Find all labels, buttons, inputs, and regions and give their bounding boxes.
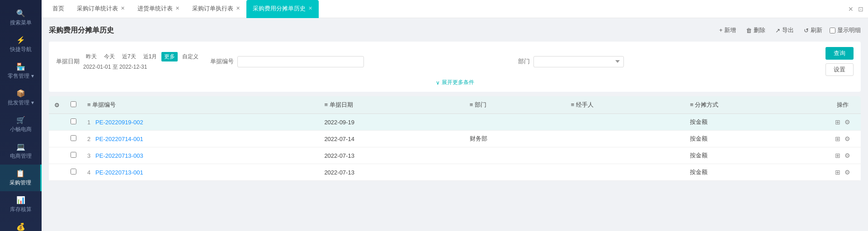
sidebar-item-库存核算[interactable]: 📊 库存核算	[0, 191, 42, 218]
sidebar-label: 批发管理 ▾	[8, 99, 33, 107]
row-settings	[49, 114, 65, 131]
today-btn[interactable]: 今天	[101, 52, 118, 61]
row-doc-no[interactable]: PE-20220714-001	[95, 136, 143, 142]
date-buttons-group: 昨天 今天 近7天 近1月 更多 自定义 2022-01-01 至 2022-1…	[83, 52, 201, 71]
sidebar-label: 采购管理	[9, 179, 31, 187]
row-checkbox[interactable]	[71, 118, 76, 124]
refresh-button[interactable]: ↺ 刷新	[801, 24, 825, 36]
more-op-icon[interactable]: ⚙	[844, 118, 850, 126]
table-row: 2 PE-20220714-001 2022-07-14 财务部 按金额 ⊞ ⚙	[49, 131, 861, 147]
doc-no-label: 单据编号	[210, 57, 234, 66]
tab-采购订单执行表[interactable]: 采购订单执行表✕	[186, 0, 246, 18]
doc-no-filter: 单据编号	[210, 56, 509, 67]
sidebar-label: 电商管理	[10, 152, 32, 160]
row-split-method: 按金额	[684, 164, 825, 181]
row-checkbox[interactable]	[71, 152, 76, 158]
row-dept: 财务部	[464, 131, 566, 147]
more-op-icon[interactable]: ⚙	[844, 135, 850, 142]
chevron-down-icon: ∨	[436, 80, 440, 86]
tab-采购订单统计表[interactable]: 采购订单统计表✕	[71, 0, 131, 18]
sidebar-icon: 💻	[16, 142, 25, 151]
sidebar: 🔍 搜索菜单 ⚡ 快捷导航 🏪 零售管理 ▾ 📦 批发管理 ▾ 🛒 小畅电商 💻…	[0, 0, 42, 231]
view-icon[interactable]: ⊞	[835, 169, 840, 176]
dept-select[interactable]: 财务部	[533, 56, 624, 67]
row-split-method: 按金额	[684, 114, 825, 131]
col-checkbox	[65, 96, 82, 114]
delete-label: 删除	[754, 26, 765, 34]
settings-button[interactable]: 设置	[826, 63, 854, 76]
doc-no-input[interactable]	[237, 56, 364, 67]
sidebar-item-电商管理[interactable]: 💻 电商管理	[0, 138, 42, 165]
data-table: ⚙ ≡ 单据编号 ≡ 单据日期 ≡ 部门	[49, 96, 861, 181]
select-all-checkbox[interactable]	[71, 101, 76, 107]
sidebar-item-采购管理[interactable]: 📋 采购管理	[0, 165, 42, 191]
sidebar-item-快捷导航[interactable]: ⚡ 快捷导航	[0, 31, 42, 58]
expand-button[interactable]: ∨ 展开更多条件	[436, 79, 474, 86]
more-op-icon[interactable]: ⚙	[844, 169, 850, 176]
export-button[interactable]: ↗ 导出	[773, 24, 797, 36]
tab-close-btn[interactable]: ✕	[308, 5, 312, 11]
date-range-display: 2022-01-01 至 2022-12-31	[83, 63, 201, 71]
sidebar-item-小畅电商[interactable]: 🛒 小畅电商	[0, 111, 42, 138]
display-cols-input[interactable]	[830, 28, 835, 33]
row-handler	[566, 164, 685, 181]
row-doc-no[interactable]: PE-20220919-002	[95, 119, 143, 126]
table-row: 1 PE-20220919-002 2022-09-19 按金额 ⊞ ⚙	[49, 114, 861, 131]
sidebar-item-资金管理[interactable]: 💰 资金管理	[0, 218, 42, 231]
view-icon[interactable]: ⊞	[835, 152, 840, 159]
more-op-icon[interactable]: ⚙	[844, 152, 850, 159]
tab-首页[interactable]: 首页	[46, 0, 71, 18]
table-row: 4 PE-20220713-001 2022-07-13 按金额 ⊞ ⚙	[49, 164, 861, 181]
query-button[interactable]: 查询	[826, 47, 854, 60]
date-btns: 昨天 今天 近7天 近1月 更多 自定义	[83, 52, 201, 61]
sidebar-label: 搜索菜单	[10, 19, 32, 27]
sidebar-label: 小畅电商	[10, 126, 32, 133]
sidebar-label: 库存核算	[10, 206, 32, 213]
query-btn-group: 查询 设置	[826, 47, 854, 76]
col-dept-label: ≡ 部门	[470, 101, 486, 108]
row-checkbox-cell	[65, 131, 82, 147]
tab-close-btn[interactable]: ✕	[175, 5, 179, 11]
row-op: ⊞ ⚙	[825, 131, 861, 147]
date-filter: 单据日期 昨天 今天 近7天 近1月 更多 自定义 2022-01-01 至 2…	[56, 52, 201, 71]
refresh-label: 刷新	[811, 26, 822, 34]
sidebar-icon: 📋	[16, 169, 25, 178]
view-icon[interactable]: ⊞	[835, 135, 840, 142]
col-handler: ≡ 经手人	[566, 96, 685, 114]
restore-window-icon[interactable]: ⊡	[858, 5, 863, 13]
sidebar-item-零售管理[interactable]: 🏪 零售管理 ▾	[0, 58, 42, 85]
row-doc-no[interactable]: PE-20220713-003	[95, 152, 143, 159]
sidebar-item-批发管理[interactable]: 📦 批发管理 ▾	[0, 85, 42, 111]
col-op: 操作	[825, 96, 861, 114]
row-checkbox[interactable]	[71, 169, 76, 174]
view-icon[interactable]: ⊞	[835, 118, 840, 126]
row-doc-no[interactable]: PE-20220713-001	[95, 169, 143, 176]
col-split-method-label: ≡ 分摊方式	[690, 101, 718, 108]
row-dept	[464, 164, 566, 181]
sidebar-icon: 📊	[16, 196, 25, 204]
row-num-and-docno: 4 PE-20220713-001	[82, 164, 319, 181]
refresh-icon: ↺	[804, 27, 809, 34]
expand-row: ∨ 展开更多条件	[56, 79, 854, 86]
7days-btn[interactable]: 近7天	[119, 52, 139, 61]
tab-进货单统计表[interactable]: 进货单统计表✕	[131, 0, 186, 18]
sidebar-icon: 💰	[16, 222, 25, 231]
tab-close-btn[interactable]: ✕	[236, 5, 240, 11]
tab-close-btn[interactable]: ✕	[121, 5, 125, 11]
1month-btn[interactable]: 近1月	[141, 52, 160, 61]
col-split-method: ≡ 分摊方式	[684, 96, 825, 114]
col-doc-no-label: ≡ 单据编号	[87, 101, 116, 108]
close-window-icon[interactable]: ✕	[848, 5, 854, 13]
sidebar-icon: ⚡	[16, 36, 25, 44]
tab-采购费用分摊单历史[interactable]: 采购费用分摊单历史✕	[246, 0, 319, 18]
row-checkbox[interactable]	[71, 135, 76, 141]
display-cols-checkbox[interactable]: 显示明细	[830, 26, 861, 34]
add-button[interactable]: + 新增	[717, 24, 739, 36]
custom-btn[interactable]: 自定义	[179, 52, 201, 61]
row-doc-date: 2022-09-19	[319, 114, 464, 131]
yesterday-btn[interactable]: 昨天	[83, 52, 99, 61]
dept-label: 部门	[518, 57, 530, 66]
sidebar-item-搜索菜单[interactable]: 🔍 搜索菜单	[0, 5, 42, 31]
more-btn[interactable]: 更多	[161, 52, 178, 61]
delete-button[interactable]: 🗑 删除	[743, 24, 768, 36]
